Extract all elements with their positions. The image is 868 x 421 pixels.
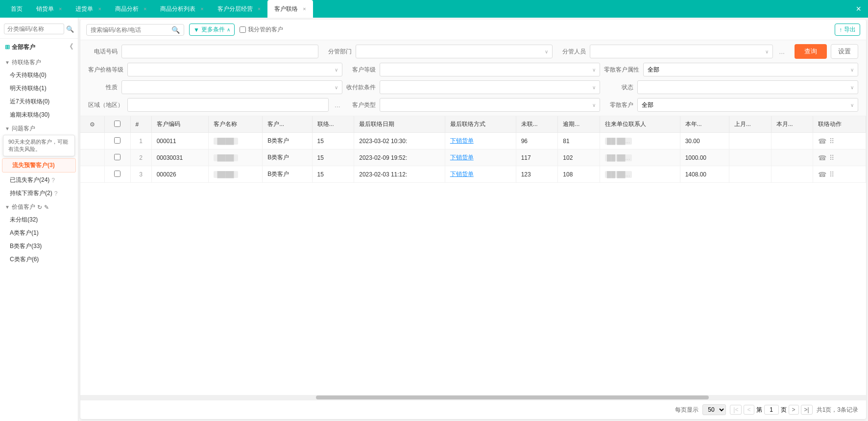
sidebar-item-ungroup[interactable]: 未分组(32) bbox=[0, 213, 78, 226]
td-settings bbox=[80, 149, 104, 166]
th-settings[interactable]: ⚙ bbox=[80, 116, 104, 133]
sidebar-item-today[interactable]: 今天待联络(0) bbox=[0, 69, 78, 82]
sidebar-item-declining[interactable]: 持续下滑客户(2) ? bbox=[0, 187, 78, 200]
td-last-way[interactable]: 下销货单 bbox=[445, 133, 516, 149]
tab-purchase[interactable]: 进货单 × bbox=[69, 0, 108, 18]
contact-icon[interactable]: ☎ bbox=[818, 137, 826, 145]
filter-dept-select[interactable]: ∨ bbox=[356, 45, 553, 58]
tab-analysis-list-close[interactable]: × bbox=[200, 6, 203, 12]
td-last-way[interactable]: 下销货单 bbox=[445, 166, 516, 183]
more-action-icon[interactable]: ⠿ bbox=[829, 171, 834, 178]
query-button[interactable]: 查询 bbox=[795, 44, 827, 59]
tab-analysis[interactable]: 商品分析 × bbox=[108, 0, 153, 18]
filter-payment-select[interactable]: ∨ bbox=[380, 80, 601, 94]
filter-field-type: 客户类型 ∨ bbox=[346, 98, 601, 112]
filter-scatter-select[interactable]: 全部 ∨ bbox=[643, 63, 858, 76]
last-page-button[interactable]: >| bbox=[801, 405, 813, 415]
horizontal-scrollbar[interactable] bbox=[80, 395, 866, 400]
scrollbar-thumb[interactable] bbox=[316, 396, 709, 399]
sidebar-item-7days[interactable]: 近7天待联络(0) bbox=[0, 95, 78, 108]
td-checkbox[interactable] bbox=[104, 166, 130, 183]
td-type: B类客户 bbox=[263, 133, 312, 149]
filter-level-select[interactable]: ∨ bbox=[380, 63, 601, 76]
filter-person-select[interactable]: ∨ bbox=[590, 45, 773, 58]
td-overdue: 81 bbox=[558, 133, 600, 149]
last-way-link[interactable]: 下销货单 bbox=[450, 154, 474, 161]
tab-customer-layer[interactable]: 客户分层经营 × bbox=[211, 0, 267, 18]
contact-icon[interactable]: ☎ bbox=[818, 171, 826, 178]
sidebar-section-problem: ▼ 问题客户 bbox=[0, 122, 78, 135]
filter-price-select[interactable]: ∨ bbox=[127, 63, 342, 76]
select-all-checkbox[interactable] bbox=[114, 121, 121, 127]
filter-nature-select[interactable]: ∨ bbox=[121, 80, 342, 94]
close-all-tabs-button[interactable]: × bbox=[853, 4, 864, 14]
th-contact: 联络... bbox=[312, 116, 354, 133]
page-input[interactable] bbox=[764, 405, 779, 415]
tab-purchase-close[interactable]: × bbox=[98, 6, 101, 12]
tab-sales-close[interactable]: × bbox=[59, 6, 62, 12]
last-way-link[interactable]: 下销货单 bbox=[450, 171, 474, 177]
more-action-icon[interactable]: ⠿ bbox=[829, 137, 834, 145]
td-last-way[interactable]: 下销货单 bbox=[445, 149, 516, 166]
my-customers-checkbox-label[interactable]: 我分管的客户 bbox=[240, 25, 283, 34]
filter-scatter-cust-select[interactable]: 全部 ∨ bbox=[637, 98, 858, 112]
next-page-button[interactable]: > bbox=[789, 405, 799, 415]
tab-customer-contact[interactable]: 客户联络 × bbox=[267, 0, 313, 18]
filter-area-label: 区域（地区） bbox=[88, 101, 123, 109]
sidebar-item-lost[interactable]: 已流失客户(24) ? bbox=[0, 173, 78, 187]
edit-icon[interactable]: ✎ bbox=[44, 204, 49, 211]
filter-type-select[interactable]: ∨ bbox=[380, 98, 601, 112]
my-customers-checkbox[interactable] bbox=[240, 26, 246, 33]
filter-person-more[interactable]: ... bbox=[777, 46, 787, 57]
tab-customer-layer-close[interactable]: × bbox=[258, 6, 261, 12]
per-page-select[interactable]: 50 bbox=[702, 404, 726, 415]
tab-sales[interactable]: 销货单 × bbox=[29, 0, 69, 18]
search-icon-btn[interactable]: 🔍 bbox=[171, 26, 180, 34]
sidebar-item-b-class[interactable]: B类客户(33) bbox=[0, 240, 78, 253]
tab-customer-layer-label: 客户分层经营 bbox=[217, 5, 253, 13]
td-contact: 15 bbox=[312, 149, 354, 166]
prev-page-button[interactable]: < bbox=[744, 405, 754, 415]
export-button[interactable]: ↑ 导出 bbox=[835, 24, 860, 36]
sidebar-item-overdue[interactable]: 逾期未联络(30) bbox=[0, 108, 78, 122]
row-checkbox[interactable] bbox=[114, 137, 121, 144]
row-checkbox[interactable] bbox=[114, 171, 121, 177]
sidebar-item-a-class[interactable]: A类客户(1) bbox=[0, 226, 78, 240]
filter-phone-input[interactable] bbox=[121, 45, 318, 58]
tab-home[interactable]: 首页 bbox=[4, 0, 29, 18]
contact-icon[interactable]: ☎ bbox=[818, 154, 826, 162]
settings-button[interactable]: 设置 bbox=[831, 44, 858, 59]
tab-customer-contact-close[interactable]: × bbox=[303, 6, 306, 12]
filter-area-select[interactable] bbox=[127, 98, 329, 112]
td-checkbox[interactable] bbox=[104, 149, 130, 166]
sidebar-section-value: ▼ 价值客户 ↻ ✎ bbox=[0, 200, 78, 213]
page-total: 共1页，3条记录 bbox=[817, 406, 858, 414]
help-icon: ? bbox=[51, 177, 55, 184]
settings-icon[interactable]: ⚙ bbox=[90, 121, 95, 128]
td-uncontacted: 117 bbox=[516, 149, 558, 166]
section-label-pending: 待联络客户 bbox=[12, 58, 41, 67]
status-arrow: ∨ bbox=[850, 85, 854, 90]
search-input[interactable] bbox=[91, 26, 169, 33]
tab-analysis-close[interactable]: × bbox=[144, 6, 146, 12]
filter-status-select[interactable]: ∨ bbox=[637, 80, 858, 94]
sidebar-item-risk-warning[interactable]: 流失预警客户(3) bbox=[2, 158, 76, 173]
last-way-link[interactable]: 下销货单 bbox=[450, 137, 474, 144]
collapse-icon[interactable]: 《 bbox=[66, 43, 73, 51]
filter-more-button[interactable]: ▼ 更多条件 ∧ bbox=[189, 24, 235, 36]
sidebar-search-input[interactable] bbox=[4, 24, 64, 34]
filter-area-more[interactable]: ... bbox=[333, 99, 342, 111]
th-checkbox[interactable] bbox=[104, 116, 130, 133]
td-checkbox[interactable] bbox=[104, 133, 130, 149]
sidebar-item-tomorrow[interactable]: 明天待联络(1) bbox=[0, 82, 78, 95]
first-page-button[interactable]: |< bbox=[730, 405, 742, 415]
refresh-icon[interactable]: ↻ bbox=[37, 204, 42, 211]
filter-dept-label: 分管部门 bbox=[322, 48, 352, 56]
th-last-way: 最后联络方式 bbox=[445, 116, 516, 133]
sidebar-all-customers[interactable]: ⊞ 全部客户 《 bbox=[0, 39, 78, 55]
row-checkbox[interactable] bbox=[114, 154, 121, 160]
td-last-month bbox=[729, 149, 771, 166]
sidebar-item-c-class[interactable]: C类客户(6) bbox=[0, 253, 78, 266]
tab-analysis-list[interactable]: 商品分析列表 × bbox=[153, 0, 210, 18]
more-action-icon[interactable]: ⠿ bbox=[829, 154, 834, 162]
